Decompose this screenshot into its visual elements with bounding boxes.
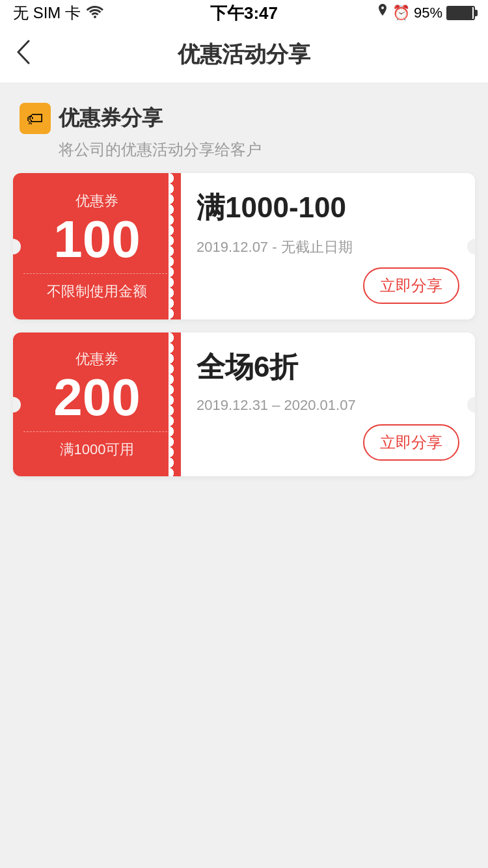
coupon-name-1: 满1000-100 (197, 189, 459, 227)
coupon-left-1: 优惠券 100 不限制使用金额 (13, 173, 181, 319)
coupon-list: 优惠券 100 不限制使用金额 满1000-100 2019.12.07 - 无… (0, 173, 488, 489)
coupon-date-2: 2019.12.31 – 2020.01.07 (197, 397, 459, 414)
section-header: 🏷 优惠券分享 将公司的优惠活动分享给客户 (0, 83, 488, 173)
coupon-right-2: 全场6折 2019.12.31 – 2020.01.07 立即分享 (181, 332, 475, 476)
coupon-label-2: 优惠券 (75, 349, 118, 369)
coupon-left-2: 优惠券 200 满1000可用 (13, 332, 181, 476)
carrier-label: 无 SIM 卡 (13, 3, 81, 23)
coupon-value-2: 200 (53, 372, 140, 424)
coupon-label-1: 优惠券 (75, 191, 118, 211)
battery-percent: 95% (414, 5, 442, 21)
status-bar: 无 SIM 卡 下午3:47 ⏰ 95% (0, 0, 488, 26)
coupon-right-1: 满1000-100 2019.12.07 - 无截止日期 立即分享 (181, 173, 475, 319)
back-button[interactable] (16, 40, 30, 70)
section-icon: 🏷 (20, 103, 51, 134)
coupon-icon: 🏷 (27, 109, 44, 129)
coupon-divider-2 (23, 431, 170, 432)
bottom-area (0, 489, 488, 750)
status-time: 下午3:47 (210, 2, 278, 25)
section-title-row: 🏷 优惠券分享 (20, 103, 468, 134)
coupon-name-2: 全场6折 (197, 348, 459, 387)
coupon-share-button-1[interactable]: 立即分享 (363, 267, 459, 304)
coupon-card-2: 优惠券 200 满1000可用 全场6折 2019.12.31 – 2020.0… (13, 332, 475, 476)
alarm-icon: ⏰ (392, 5, 410, 21)
wifi-icon (86, 4, 104, 22)
coupon-divider-1 (23, 273, 170, 274)
location-icon (377, 4, 388, 22)
coupon-date-1: 2019.12.07 - 无截止日期 (197, 237, 459, 257)
nav-bar: 优惠活动分享 (0, 26, 488, 83)
section-title: 优惠券分享 (59, 104, 163, 133)
status-left: 无 SIM 卡 (13, 3, 104, 23)
section-subtitle: 将公司的优惠活动分享给客户 (20, 139, 468, 160)
coupon-value-1: 100 (53, 213, 140, 265)
coupon-share-button-2[interactable]: 立即分享 (363, 424, 459, 461)
status-right: ⏰ 95% (377, 4, 475, 22)
battery-icon (446, 6, 475, 20)
coupon-condition-2: 满1000可用 (60, 440, 135, 459)
coupon-card-1: 优惠券 100 不限制使用金额 满1000-100 2019.12.07 - 无… (13, 173, 475, 319)
coupon-condition-1: 不限制使用金额 (47, 282, 147, 301)
page-title: 优惠活动分享 (178, 40, 310, 70)
